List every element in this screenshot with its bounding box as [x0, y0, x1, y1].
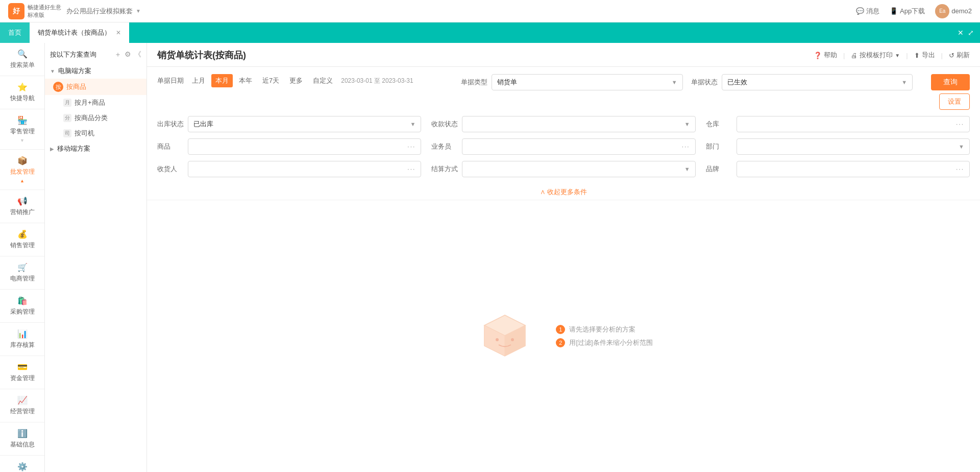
empty-steps: 1 请先选择要分析的方案 2 用[过滤]条件来缩小分析范围: [556, 325, 652, 347]
sidebar-item-marketing[interactable]: 📢 营销推广: [0, 190, 44, 223]
date-more[interactable]: 更多: [285, 74, 307, 87]
receipt-status-select[interactable]: ▼: [462, 116, 695, 132]
tab-close-all-icon[interactable]: ✕: [958, 29, 964, 37]
date-custom[interactable]: 自定义: [309, 74, 337, 87]
date-7days[interactable]: 近7天: [258, 74, 283, 87]
type-filter: 单据类型 销货单 ▼: [461, 74, 682, 90]
sidebar-item-search[interactable]: 🔍 搜索菜单: [0, 43, 44, 76]
date-this-month[interactable]: 本月: [211, 74, 233, 87]
user-menu[interactable]: Ea demo2: [935, 4, 972, 18]
payment-filter: 结算方式 ▼: [431, 161, 695, 177]
tab-expand-icon[interactable]: ⤢: [968, 29, 974, 37]
left-panel-icons: ＋ ⚙ 《: [114, 50, 141, 59]
tree-group-desktop[interactable]: ▼ 电脑端方案: [45, 63, 146, 79]
tab-close-icon[interactable]: ✕: [116, 29, 121, 36]
svg-point-5: [511, 338, 514, 341]
tree-item-by-product[interactable]: 按 按商品: [45, 79, 146, 95]
topbar-right: 💬 消息 📱 App下载 Ea demo2: [856, 4, 972, 18]
step-2-text: 用[过滤]条件来缩小分析范围: [569, 338, 652, 347]
tree-item-by-category[interactable]: 分 按商品分类: [45, 110, 146, 126]
tree-group-mobile[interactable]: ▶ 移动端方案: [45, 141, 146, 156]
mobile-expand-icon: ▶: [50, 146, 54, 152]
sidebar-item-quick-nav[interactable]: ⭐ 快捷导航: [0, 76, 44, 109]
type-caret-icon: ▼: [672, 79, 677, 85]
app-download-button[interactable]: 📱 App下载: [890, 7, 925, 16]
sidebar-item-purchase[interactable]: 🛍️ 采购管理: [0, 290, 44, 323]
payment-select[interactable]: ▼: [462, 161, 695, 177]
salesperson-label: 业务员: [431, 142, 458, 151]
print-button[interactable]: 🖨 按模板打印 ▼: [851, 51, 900, 60]
finance-icon: 💳: [17, 362, 28, 372]
sidebar-item-retail[interactable]: 🏪 零售管理 ▼: [0, 109, 44, 150]
breadcrumb-text: 办公用品行业模拟账套: [66, 7, 133, 16]
date-this-year[interactable]: 本年: [235, 74, 256, 87]
empty-state: 1 请先选择要分析的方案 2 用[过滤]条件来缩小分析范围: [147, 200, 980, 472]
sidebar-item-sales[interactable]: 💰 销售管理: [0, 223, 44, 256]
product-dots: ···: [407, 143, 415, 150]
tree-item-category-label: 按商品分类: [75, 113, 108, 123]
salesperson-select[interactable]: ···: [462, 138, 695, 155]
action-divider-2: |: [906, 52, 908, 59]
operations-icon: 📈: [17, 395, 28, 405]
warehouse-select[interactable]: ···: [737, 116, 970, 132]
tree-item-by-cashier[interactable]: 司 按司机: [45, 126, 146, 141]
sidebar-item-system[interactable]: ⚙️ 系统管理: [0, 456, 44, 472]
tree-item-cashier-label: 按司机: [75, 129, 94, 138]
receiver-select[interactable]: ···: [188, 161, 421, 177]
product-select[interactable]: ···: [188, 138, 421, 155]
content-area: 按以下方案查询 ＋ ⚙ 《 ▼ 电脑端方案 按 按商品 月 按月+商品 分: [45, 43, 980, 472]
date-last-month[interactable]: 上月: [188, 74, 209, 87]
receiver-label: 收货人: [157, 164, 184, 174]
left-panel-title: 按以下方案查询: [50, 50, 96, 59]
payment-caret: ▼: [684, 166, 690, 172]
purchase-icon: 🛍️: [17, 296, 28, 305]
left-panel: 按以下方案查询 ＋ ⚙ 《 ▼ 电脑端方案 按 按商品 月 按月+商品 分: [45, 43, 147, 472]
wholesale-icon: 📦: [17, 156, 28, 166]
export-button[interactable]: ⬆ 导出: [914, 51, 935, 60]
sidebar-item-operations[interactable]: 📈 经营管理: [0, 389, 44, 422]
filter-area: 单据日期 上月 本月 本年 近7天 更多 自定义 2023-03-01 至 20…: [147, 67, 980, 184]
product-filter: 商品 ···: [157, 138, 421, 155]
out-status-filter: 出库状态 已出库 ▼: [157, 116, 421, 132]
settings-scheme-icon[interactable]: ⚙: [125, 50, 131, 59]
help-icon: ❓: [814, 52, 822, 59]
add-scheme-icon[interactable]: ＋: [114, 50, 121, 59]
breadcrumb[interactable]: 办公用品行业模拟账套 ▼: [66, 7, 141, 16]
breadcrumb-dropdown-icon[interactable]: ▼: [136, 8, 141, 14]
sidebar-item-ecommerce[interactable]: 🛒 电商管理: [0, 256, 44, 290]
query-button[interactable]: 查询: [931, 74, 970, 90]
sidebar-item-inventory[interactable]: 📊 库存核算: [0, 323, 44, 356]
print-dropdown-icon: ▼: [895, 53, 900, 58]
step-2-num: 2: [556, 338, 565, 347]
topbar: 好 畅捷通好生意 标准版 办公用品行业模拟账套 ▼ 💬 消息 📱 App下载 E…: [0, 0, 980, 22]
logo-area: 好 畅捷通好生意 标准版: [8, 3, 61, 19]
brand-select[interactable]: ···: [737, 161, 970, 177]
date-shortcuts: 上月 本月 本年 近7天 更多 自定义 2023-03-01 至 2023-03…: [188, 74, 453, 87]
sidebar-item-basic[interactable]: ℹ️ 基础信息: [0, 422, 44, 456]
brand-dots: ···: [956, 166, 964, 173]
dept-select[interactable]: ▼: [737, 138, 970, 155]
tree-item-by-month-product[interactable]: 月 按月+商品: [45, 95, 146, 110]
receiver-dots: ···: [407, 166, 415, 173]
filter-row-2: 出库状态 已出库 ▼ 收款状态 ▼ 仓库: [157, 116, 970, 132]
receipt-status-filter: 收款状态 ▼: [431, 116, 695, 132]
tab-report[interactable]: 销货单统计表（按商品） ✕: [30, 22, 129, 43]
type-label: 单据类型: [461, 78, 487, 87]
status-select[interactable]: 已生效 ▼: [722, 74, 913, 90]
empty-illustration: [474, 310, 535, 363]
messages-button[interactable]: 💬 消息: [856, 7, 879, 16]
setting-button[interactable]: 设置: [939, 93, 970, 110]
help-button[interactable]: ❓ 帮助: [814, 51, 837, 60]
refresh-button[interactable]: ↺ 刷新: [949, 51, 970, 60]
status-filter: 单据状态 已生效 ▼: [691, 74, 913, 90]
receipt-caret: ▼: [684, 121, 690, 127]
tree-item-icon-month: 月: [63, 99, 71, 107]
collapse-bar[interactable]: ∧ 收起更多条件: [147, 184, 980, 200]
sidebar-item-wholesale[interactable]: 📦 批发管理 ▲: [0, 150, 44, 190]
collapse-panel-icon[interactable]: 《: [134, 50, 141, 59]
type-select[interactable]: 销货单 ▼: [492, 74, 682, 90]
tree-item-icon-cashier: 司: [63, 129, 71, 137]
out-status-select[interactable]: 已出库 ▼: [188, 116, 421, 132]
tab-home[interactable]: 首页: [0, 22, 30, 43]
sidebar-item-finance[interactable]: 💳 资金管理: [0, 356, 44, 389]
